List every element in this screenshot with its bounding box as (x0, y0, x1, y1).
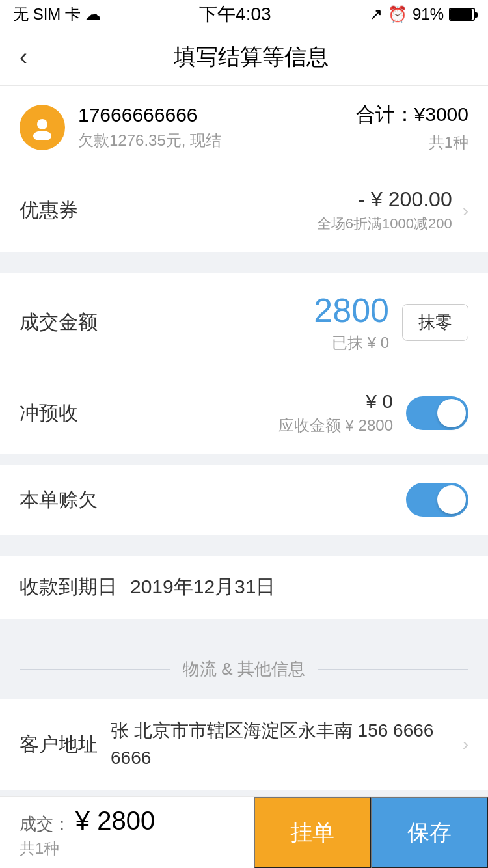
bottom-bar: 成交： ¥ 2800 共1种 挂单 保存 (0, 796, 488, 868)
user-count: 共1种 (356, 132, 468, 153)
svg-point-0 (37, 119, 47, 129)
prereceive-row: 冲预收 ¥ 0 应收金额 ¥ 2800 (0, 372, 488, 454)
coupon-chevron-icon: › (463, 200, 468, 221)
duedate-row: 收款到期日 2019年12月31日 (0, 556, 488, 619)
bottom-deal-label: 成交： (20, 814, 70, 834)
coupon-right: - ¥ 200.00 全场6折满1000减200 › (317, 187, 468, 234)
separator-1 (0, 262, 488, 273)
credit-row: 本单赊欠 (0, 465, 488, 535)
battery-icon (449, 8, 475, 21)
save-button[interactable]: 保存 (371, 797, 488, 869)
amount-right: 2800 已抹 ¥ 0 抹零 (314, 291, 468, 353)
duedate-card: 收款到期日 2019年12月31日 (0, 556, 488, 619)
bottom-count: 共1种 (20, 838, 234, 859)
page-title: 填写结算等信息 (34, 42, 468, 72)
status-right: ↗ ⏰ 91% (370, 5, 475, 23)
address-card: 客户地址 张 北京市市辖区海淀区永丰南 156 6666 6666 › (0, 699, 488, 790)
content-area: 17666666666 欠款1276.35元, 现结 合计：¥3000 共1种 … (0, 86, 488, 868)
separator-2 (0, 454, 488, 465)
separator-3 (0, 545, 488, 556)
duedate-value: 2019年12月31日 (130, 574, 275, 601)
svg-point-1 (33, 131, 51, 140)
status-bar: 无 SIM 卡 ☁ 下午4:03 ↗ ⏰ 91% (0, 0, 488, 29)
user-right: 合计：¥3000 共1种 (356, 102, 468, 153)
battery-percent: 91% (413, 5, 444, 23)
coupon-label: 优惠券 (20, 197, 78, 224)
section-divider-text: 物流 & 其他信息 (183, 658, 305, 681)
coupon-desc: 全场6折满1000减200 (317, 214, 452, 234)
section-divider: 物流 & 其他信息 (0, 640, 488, 699)
user-total: 合计：¥3000 (356, 102, 468, 128)
avatar (20, 105, 65, 150)
divider-line-right (318, 669, 468, 670)
bottom-info: 成交： ¥ 2800 共1种 (0, 806, 254, 859)
toggle-knob (437, 399, 466, 427)
prereceive-toggle[interactable] (406, 396, 468, 430)
credit-label: 本单赊欠 (20, 487, 98, 513)
address-value: 张 北京市市辖区海淀区永丰南 156 6666 6666 (111, 717, 450, 772)
separator-4 (0, 629, 488, 640)
credit-card: 本单赊欠 (0, 465, 488, 535)
nav-bar: ‹ 填写结算等信息 (0, 29, 488, 86)
amount-value-group: 2800 已抹 ¥ 0 (314, 291, 389, 353)
user-phone: 17666666666 (78, 104, 221, 126)
prereceive-right: ¥ 0 应收金额 ¥ 2800 (278, 390, 468, 436)
credit-toggle[interactable] (406, 483, 468, 517)
alarm-icon: ⏰ (388, 5, 407, 23)
sim-label: 无 SIM 卡 ☁ (13, 4, 101, 25)
status-left: 无 SIM 卡 ☁ (13, 4, 101, 25)
amount-section: 成交金额 2800 已抹 ¥ 0 抹零 冲预收 ¥ 0 应收金额 ¥ 2800 (0, 273, 488, 454)
user-info-card: 17666666666 欠款1276.35元, 现结 合计：¥3000 共1种 … (0, 86, 488, 252)
prereceive-sub: 应收金额 ¥ 2800 (278, 415, 393, 436)
user-row: 17666666666 欠款1276.35元, 现结 合计：¥3000 共1种 (0, 86, 488, 169)
status-time: 下午4:03 (199, 2, 271, 27)
address-row[interactable]: 客户地址 张 北京市市辖区海淀区永丰南 156 6666 6666 › (0, 699, 488, 790)
prereceive-label: 冲预收 (20, 400, 78, 427)
bottom-amount: ¥ 2800 (75, 806, 155, 835)
bottom-deal-row: 成交： ¥ 2800 (20, 806, 234, 835)
hold-button[interactable]: 挂单 (254, 797, 371, 869)
prereceive-amount: ¥ 0 (278, 390, 393, 413)
coupon-row[interactable]: 优惠券 - ¥ 200.00 全场6折满1000减200 › (0, 169, 488, 252)
prereceive-value: ¥ 0 应收金额 ¥ 2800 (278, 390, 393, 436)
amount-row: 成交金额 2800 已抹 ¥ 0 抹零 (0, 273, 488, 372)
user-left: 17666666666 欠款1276.35元, 现结 (20, 104, 221, 151)
address-chevron-icon: › (463, 734, 468, 755)
divider-line-left (20, 669, 170, 670)
duedate-label: 收款到期日 (20, 574, 117, 601)
coupon-value: - ¥ 200.00 全场6折满1000减200 (317, 187, 452, 234)
round-button[interactable]: 抹零 (402, 304, 468, 341)
user-info-text: 17666666666 欠款1276.35元, 现结 (78, 104, 221, 151)
back-button[interactable]: ‹ (13, 37, 34, 77)
amount-label: 成交金额 (20, 309, 98, 336)
credit-toggle-knob (437, 485, 466, 514)
user-sub-text: 欠款1276.35元, 现结 (78, 130, 221, 151)
location-icon: ↗ (370, 5, 383, 23)
address-label: 客户地址 (20, 731, 98, 758)
amount-value: 2800 (314, 291, 389, 330)
amount-sub: 已抹 ¥ 0 (314, 332, 389, 353)
coupon-amount: - ¥ 200.00 (317, 187, 452, 211)
